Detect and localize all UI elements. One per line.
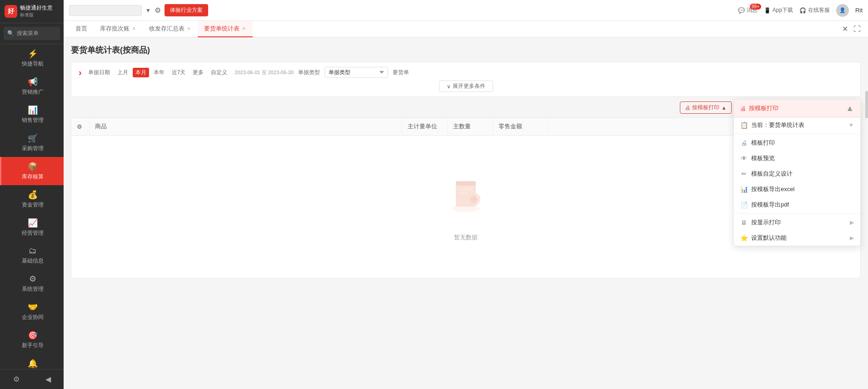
template-export-pdf-item[interactable]: 📄 按模板导出pdf [734, 197, 860, 212]
expand-more-btn[interactable]: ∨ 展开更多条件 [439, 81, 493, 92]
sidebar-item-label: 库存核算 [22, 173, 44, 181]
sidebar-item-marketing[interactable]: 📢 营销推广 [0, 72, 64, 101]
template-custom-label: 模板自定义设计 [751, 170, 793, 178]
template-preview-item[interactable]: 👁 模板预览 [734, 151, 860, 166]
maximize-tab-button[interactable]: ⛶ [852, 24, 863, 34]
sidebar-bottom: ⚙ ◀ [0, 369, 64, 389]
sidebar-item-enterprise[interactable]: 🤝 企业协同 [0, 298, 64, 326]
search-menu-label: 搜索菜单 [17, 30, 39, 37]
last7-btn[interactable]: 近7天 [169, 68, 189, 77]
template-custom-item[interactable]: ✏ 模板自定义设计 [734, 166, 860, 182]
search-icon: 🔍 [7, 30, 14, 36]
svg-rect-2 [456, 181, 476, 186]
sidebar-item-label: 营销推广 [22, 88, 44, 96]
this-year-btn[interactable]: 本年 [151, 68, 167, 77]
col-amount: 零售金额 [493, 118, 548, 135]
display-print-icon: 🖥 [740, 219, 748, 226]
date-buttons: 上月 本月 本年 近7天 更多 自定义 [115, 68, 230, 77]
quick-nav-icon: ⚡ [28, 49, 38, 59]
avatar[interactable]: 👤 [836, 4, 849, 17]
custom-date-btn[interactable]: 自定义 [208, 68, 230, 77]
order-type-select[interactable]: 单据类型 [324, 67, 388, 78]
sidebar-item-purchase[interactable]: 🛒 采购管理 [0, 129, 64, 157]
dropdown-close-button[interactable]: ▲ [846, 104, 854, 112]
app-logo: 好 畅捷通好生意 标准版 [0, 0, 64, 23]
set-default-arrow: ▶ [850, 235, 854, 241]
col-unit-label: 主计量单位 [408, 122, 437, 131]
trial-button[interactable]: 体验行业方案 [165, 4, 208, 16]
print-dropdown-panel: 🖨 按模板打印 ▲ 📋 当前：要货单统计表 ▼ 🖨 模板打印 👁 模板预览 [733, 99, 861, 246]
template-custom-icon: ✏ [740, 170, 748, 177]
main-area: ▼ ⚙ 体验行业方案 💬 消息 99+ 📱 App下载 🎧 在线客服 👤 Rit [64, 0, 868, 389]
sidebar-collapse-button[interactable]: ◀ [44, 373, 53, 385]
template-preview-label: 模板预览 [751, 154, 775, 162]
sidebar-item-guide[interactable]: 🎯 新手引导 [0, 326, 64, 354]
dropdown-header: 🖨 按模板打印 ▲ [734, 100, 860, 117]
template-export-excel-label: 按模板导出excel [751, 185, 794, 193]
search-menu-button[interactable]: 🔍 搜索菜单 [4, 27, 60, 40]
purchase-icon: 🛒 [28, 133, 38, 143]
prev-month-btn[interactable]: 上月 [115, 68, 131, 77]
online-service-label: 在线客服 [808, 6, 830, 14]
sidebar-item-finance[interactable]: 💰 资金管理 [0, 185, 64, 213]
sidebar-item-inventory[interactable]: 📦 库存核算 [0, 157, 64, 185]
tab-order-stats[interactable]: 要货单统计表 × [198, 21, 253, 37]
current-template-label: 当前：要货单统计表 [751, 121, 804, 129]
tab-order-stats-close[interactable]: × [241, 26, 246, 31]
tabbar: 首页 库存批次账 × 收发存汇总表 × 要货单统计表 × ✕ ⛶ [64, 21, 868, 37]
print-template-button[interactable]: 🖨 按模板打印 ▲ [680, 101, 732, 114]
current-template-item[interactable]: 📋 当前：要货单统计表 ▼ [734, 117, 860, 133]
template-export-excel-item[interactable]: 📊 按模板导出excel [734, 182, 860, 197]
sidebar-item-sales[interactable]: 📊 销售管理 [0, 101, 64, 129]
tab-receivable-summary-close[interactable]: × [186, 26, 191, 31]
inventory-icon: 📦 [28, 162, 38, 172]
sidebar-settings-button[interactable]: ⚙ [11, 373, 21, 385]
set-default-label: 设置默认功能 [751, 234, 787, 242]
tab-inventory-batch-label: 库存批次账 [100, 25, 130, 33]
template-print-item[interactable]: 🖨 模板打印 [734, 135, 860, 151]
tab-receivable-summary[interactable]: 收发存汇总表 × [143, 21, 198, 37]
online-service-button[interactable]: 🎧 在线客服 [799, 6, 830, 14]
sidebar-search-area: 🔍 搜索菜单 [0, 23, 64, 44]
avatar-initial: 👤 [839, 7, 846, 13]
topbar-dropdown-button[interactable]: ▼ [145, 7, 151, 14]
page-title: 要货单统计表(按商品) [71, 45, 861, 56]
tab-inventory-batch[interactable]: 库存批次账 × [94, 21, 143, 37]
marketing-icon: 📢 [28, 77, 38, 87]
template-export-pdf-icon: 📄 [740, 201, 748, 208]
sidebar-item-quick-nav[interactable]: ⚡ 快捷导航 [0, 44, 64, 72]
tabbar-actions: ✕ ⛶ [840, 24, 863, 34]
sales-icon: 📊 [28, 105, 38, 115]
more-date-btn[interactable]: 更多 [190, 68, 206, 77]
topbar-search-input[interactable] [69, 5, 142, 16]
sidebar-item-appstore[interactable]: 🔔 应用中心 [0, 354, 64, 369]
template-export-excel-icon: 📊 [740, 186, 748, 193]
close-tab-button[interactable]: ✕ [840, 24, 850, 34]
guide-icon: 🎯 [28, 330, 38, 340]
display-print-item[interactable]: 🖥 按显示打印 ▶ [734, 215, 860, 230]
sidebar-item-system[interactable]: ⚙ 系统管理 [0, 269, 64, 298]
current-month-btn[interactable]: 本月 [133, 68, 149, 77]
dropdown-title-text: 按模板打印 [749, 104, 778, 112]
logo-icon: 好 [5, 5, 17, 18]
tab-order-stats-label: 要货单统计表 [204, 25, 239, 33]
display-print-arrow: ▶ [850, 219, 854, 226]
topbar-gear-button[interactable]: ⚙ [155, 6, 161, 15]
finance-icon: 💰 [28, 190, 38, 200]
print-arrow-icon: ▲ [721, 105, 727, 111]
col-qty-label: 主数量 [453, 122, 471, 131]
divider-1 [734, 134, 860, 134]
tab-inventory-batch-close[interactable]: × [131, 26, 136, 31]
tab-home[interactable]: 首页 [69, 21, 94, 37]
scrollbar-thumb[interactable] [865, 91, 868, 118]
dropdown-title: 🖨 按模板打印 [740, 104, 778, 112]
sidebar-item-label: 系统管理 [22, 285, 44, 293]
message-button[interactable]: 💬 消息 99+ [738, 6, 758, 14]
col-settings[interactable]: ⚙ [71, 118, 90, 135]
set-default-item[interactable]: ⭐ 设置默认功能 ▶ [734, 230, 860, 246]
sidebar-item-base[interactable]: 🗂 基础信息 [0, 242, 64, 269]
sidebar-item-operations[interactable]: 📈 经营管理 [0, 213, 64, 242]
app-download-button[interactable]: 📱 App下载 [764, 6, 793, 14]
filter-toggle-button[interactable]: › [77, 67, 84, 78]
display-print-label: 按显示打印 [751, 218, 781, 227]
